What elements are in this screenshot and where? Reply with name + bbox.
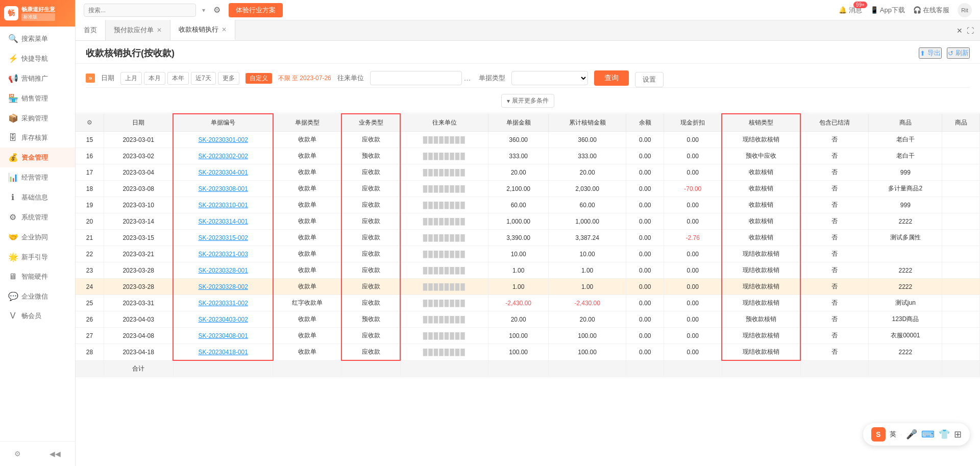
sidebar-item-finance[interactable]: 💰资金管理 [0, 148, 75, 167]
gear-icon[interactable]: ⚙ [211, 3, 223, 17]
dropdown-arrow-icon[interactable]: ▾ [202, 7, 205, 14]
user-avatar[interactable]: Rit [958, 3, 972, 17]
sidebar-item-purchase[interactable]: 📦采购管理 [0, 108, 75, 128]
tab-prepay[interactable]: 预付款应付单✕ [106, 20, 170, 40]
tab-label-home: 首页 [84, 26, 97, 35]
tab-close-prepay[interactable]: ✕ [157, 27, 162, 34]
tabs-container: 首页预付款应付单✕收款核销执行✕ [76, 20, 235, 40]
partner-label: 往来单位 [337, 73, 364, 83]
order-link[interactable]: SK-20230331-002 [198, 300, 248, 307]
cell-4-2[interactable]: SK-20230310-001 [173, 197, 273, 213]
order-link[interactable]: SK-20230328-002 [198, 283, 248, 290]
cell-1-11: 否 [800, 148, 869, 164]
last-7days-btn[interactable]: 近7天 [191, 72, 216, 85]
cell-11-3: 收款单 [273, 311, 341, 328]
keyboard-icon[interactable]: ⌨ [921, 429, 935, 440]
cell-3-2[interactable]: SK-20230308-001 [173, 181, 273, 197]
search-input[interactable] [84, 4, 196, 17]
cell-10-4: 应收款 [341, 295, 400, 311]
cell-2-2[interactable]: SK-20230304-001 [173, 164, 273, 181]
query-btn[interactable]: 查询 [594, 70, 629, 86]
sidebar-item-enterprise[interactable]: 🤝企业协同 [0, 227, 75, 247]
cell-12-2[interactable]: SK-20230408-001 [173, 328, 273, 344]
sidebar-item-member[interactable]: V畅会员 [0, 306, 75, 326]
order-link[interactable]: SK-20230315-002 [198, 234, 248, 241]
shirt-icon[interactable]: 👕 [939, 429, 950, 440]
sidebar-item-wechat[interactable]: 💬企业微信 [0, 286, 75, 306]
cell-2-12: 999 [869, 164, 942, 181]
cell-13-2[interactable]: SK-20230418-001 [173, 344, 273, 361]
sidebar-icon-enterprise: 🤝 [8, 232, 17, 242]
cell-0-2[interactable]: SK-20230301-002 [173, 132, 273, 148]
order-link[interactable]: SK-20230403-002 [198, 316, 248, 323]
more-date-btn[interactable]: 更多 [218, 72, 239, 85]
setting-btn[interactable]: 设置 [635, 72, 664, 87]
cell-7-2[interactable]: SK-20230321-003 [173, 246, 273, 262]
sidebar-item-quick[interactable]: ⚡快捷导航 [0, 48, 75, 68]
cell-6-2[interactable]: SK-20230315-002 [173, 230, 273, 246]
cell-7-11: 否 [800, 246, 869, 262]
order-link[interactable]: SK-20230408-001 [198, 332, 248, 339]
mic-icon[interactable]: 🎤 [906, 429, 917, 440]
total-cell-3 [273, 360, 341, 377]
float-label: 英 [890, 430, 896, 439]
sidebar: 畅 畅康道好生意 标准版 🔍搜索菜单⚡快捷导航📢营销推广🏪销售管理📦采购管理🗄库… [0, 0, 76, 466]
order-link[interactable]: SK-20230301-002 [198, 136, 248, 143]
collapse-icon[interactable]: ◀◀ [46, 447, 64, 461]
export-icon: ⬆ [920, 50, 925, 57]
settings-bottom-icon[interactable]: ⚙ [11, 447, 24, 461]
voucher-type-select[interactable] [511, 71, 588, 85]
industry-btn[interactable]: 体验行业方案 [229, 3, 283, 17]
online-service-link[interactable]: 🎧 在线客服 [913, 6, 949, 15]
cell-3-10: 收款核销 [722, 181, 800, 197]
sidebar-item-marketing[interactable]: 📢营销推广 [0, 68, 75, 88]
tab-home[interactable]: 首页 [76, 20, 106, 40]
tab-close-collection[interactable]: ✕ [222, 26, 227, 33]
order-link[interactable]: SK-20230308-001 [198, 185, 248, 192]
order-link[interactable]: SK-20230328-001 [198, 267, 248, 274]
sidebar-item-basic[interactable]: ℹ基础信息 [0, 187, 75, 207]
cell-9-2[interactable]: SK-20230328-002 [173, 279, 273, 295]
cell-9-12: 2222 [869, 279, 942, 295]
cell-7-13 [942, 246, 980, 262]
cell-8-2[interactable]: SK-20230328-001 [173, 262, 273, 279]
this-year-btn[interactable]: 本年 [167, 72, 189, 85]
this-month-btn[interactable]: 本月 [144, 72, 165, 85]
app-download-link[interactable]: 📱 App下载 [870, 6, 905, 15]
order-link[interactable]: SK-20230321-003 [198, 251, 248, 258]
sidebar-item-hardware[interactable]: 🖥智能硬件 [0, 267, 75, 286]
cell-1-2[interactable]: SK-20230302-002 [173, 148, 273, 164]
tab-collection[interactable]: 收款核销执行✕ [170, 20, 235, 40]
sidebar-item-search[interactable]: 🔍搜索菜单 [0, 29, 75, 48]
order-link[interactable]: SK-20230304-001 [198, 169, 248, 176]
custom-date-btn[interactable]: 自定义 [246, 73, 272, 84]
partner-dots[interactable]: ... [462, 73, 473, 83]
cell-11-2[interactable]: SK-20230403-002 [173, 311, 273, 328]
export-btn[interactable]: ⬆ 导出 [919, 47, 942, 59]
refresh-btn[interactable]: ↺ 刷新 [947, 47, 970, 59]
last-month-btn[interactable]: 上月 [120, 72, 142, 85]
expand-conditions-btn[interactable]: ▾ 展开更多条件 [501, 94, 554, 108]
order-link[interactable]: SK-20230314-001 [198, 218, 248, 225]
negative-value: -70.00 [684, 185, 701, 192]
order-link[interactable]: SK-20230302-002 [198, 153, 248, 160]
col-settings-icon[interactable]: ⚙ [87, 119, 92, 126]
cell-11-4: 预收款 [341, 311, 400, 328]
cell-6-11: 否 [800, 230, 869, 246]
cell-5-2[interactable]: SK-20230314-001 [173, 213, 273, 230]
maximize-icon[interactable]: ⛶ [967, 27, 974, 35]
order-link[interactable]: SK-20230310-001 [198, 202, 248, 209]
sidebar-item-guide[interactable]: 🌟新手引导 [0, 247, 75, 267]
messages-btn[interactable]: 🔔 消息 99+ [839, 6, 862, 15]
sidebar-item-inventory[interactable]: 🗄库存核算 [0, 128, 75, 148]
order-link[interactable]: SK-20230418-001 [198, 349, 248, 356]
cell-10-2[interactable]: SK-20230331-002 [173, 295, 273, 311]
close-tab-icon[interactable]: ✕ [957, 27, 963, 35]
partner-input[interactable] [370, 71, 462, 85]
sidebar-item-system[interactable]: ⚙系统管理 [0, 207, 75, 227]
table-area[interactable]: ⚙日期单据编号单据类型业务类型往来单位单据金额累计核销金额余额现金折扣核销类型包… [76, 113, 980, 466]
sidebar-item-operation[interactable]: 📊经营管理 [0, 167, 75, 187]
sidebar-item-sales[interactable]: 🏪销售管理 [0, 88, 75, 108]
expand-filter-icon[interactable]: » [86, 73, 95, 83]
grid-icon[interactable]: ⊞ [954, 429, 962, 440]
